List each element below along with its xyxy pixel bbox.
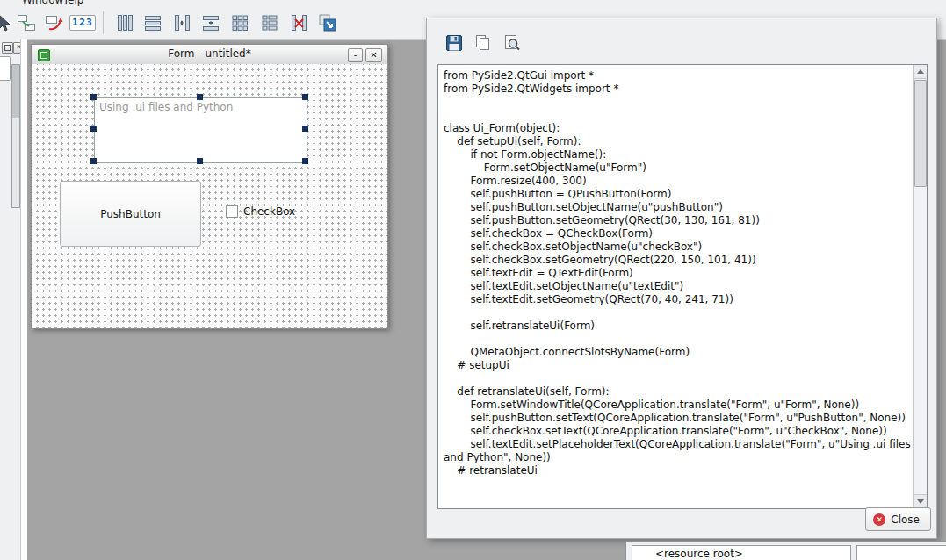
save-button[interactable] xyxy=(443,32,466,54)
layout-vertical-icon xyxy=(142,12,163,33)
dialog-close-button[interactable]: ✕ Close xyxy=(865,507,931,531)
edit-signals-slots-button[interactable] xyxy=(14,11,39,35)
copy-icon xyxy=(473,33,493,53)
tab-order-icon: 123 xyxy=(69,15,96,31)
form-window-titlebar[interactable]: Form - untitled* - ✕ xyxy=(32,45,387,65)
layout-vertical-button[interactable] xyxy=(141,11,165,35)
checkbox-indicator[interactable] xyxy=(226,205,238,218)
selection-handle-n[interactable] xyxy=(197,94,203,100)
toolbar-separator xyxy=(103,11,104,34)
edit-tab-order-button[interactable]: 123 xyxy=(70,11,95,35)
minimize-button[interactable]: - xyxy=(348,48,363,62)
code-scrollbar[interactable] xyxy=(913,65,927,508)
dock-float-button[interactable] xyxy=(2,42,13,54)
copy-button[interactable] xyxy=(472,32,495,54)
close-button[interactable]: ✕ xyxy=(365,48,382,62)
menu-window[interactable]: Window xyxy=(22,0,63,6)
widget-box-scrollbar[interactable] xyxy=(11,64,20,208)
scrollbar-thumb[interactable] xyxy=(12,65,19,118)
resource-side-box[interactable] xyxy=(856,545,946,560)
widget-box-dock: ✕ xyxy=(0,39,26,560)
adjust-size-icon xyxy=(317,12,338,33)
layout-vertical-splitter-icon xyxy=(200,12,221,33)
layout-grid-button[interactable] xyxy=(227,11,252,35)
layout-horizontal-button[interactable] xyxy=(112,11,137,35)
scroll-down-arrow[interactable] xyxy=(914,494,927,508)
save-icon xyxy=(444,33,464,53)
textedit-placeholder: Using .ui files and Python xyxy=(99,101,233,113)
pushbutton-widget[interactable]: PushButton xyxy=(60,181,201,247)
form-window-title: Form - untitled* xyxy=(32,47,387,60)
widget-filter-input[interactable] xyxy=(0,56,11,81)
signals-slots-icon xyxy=(16,12,37,33)
selection-handle-e[interactable] xyxy=(302,126,308,132)
close-icon: ✕ xyxy=(873,513,885,526)
buddy-icon xyxy=(44,12,65,33)
python-code-dialog: from PySide2.QtGui import * from PySide2… xyxy=(426,18,937,539)
widget-box-list[interactable] xyxy=(20,39,27,560)
selection-handle-nw[interactable] xyxy=(90,94,97,100)
close-button-label: Close xyxy=(891,513,920,526)
selection-handle-ne[interactable] xyxy=(302,94,308,100)
edit-widgets-button[interactable] xyxy=(0,11,14,35)
menu-help[interactable]: Help xyxy=(60,0,83,6)
adjust-size-button[interactable] xyxy=(315,11,340,35)
layout-horizontal-icon xyxy=(114,12,135,33)
resource-root-item[interactable]: <resource root> xyxy=(632,545,851,560)
selection-handle-s[interactable] xyxy=(197,158,203,164)
layout-horizontal-splitter-button[interactable] xyxy=(170,11,194,35)
selection-handle-se[interactable] xyxy=(302,158,308,164)
form-editor-window: Form - untitled* - ✕ Using .ui files and… xyxy=(31,44,388,329)
break-layout-button[interactable] xyxy=(286,11,311,35)
layout-vertical-splitter-button[interactable] xyxy=(199,11,223,35)
checkbox-widget[interactable]: CheckBox xyxy=(226,205,295,218)
generated-python-code[interactable]: from PySide2.QtGui import * from PySide2… xyxy=(438,65,927,482)
edit-buddies-button[interactable] xyxy=(42,11,67,35)
layout-grid-icon xyxy=(229,12,250,33)
textedit-widget[interactable]: Using .ui files and Python xyxy=(94,97,307,163)
selection-handle-w[interactable] xyxy=(90,126,97,132)
resource-browser-panel: <resource root> xyxy=(625,541,946,560)
layout-horizontal-splitter-icon xyxy=(171,12,192,33)
layout-form-icon xyxy=(259,12,280,33)
find-button[interactable] xyxy=(501,32,524,54)
break-layout-icon xyxy=(288,12,309,33)
find-icon xyxy=(502,33,522,53)
checkbox-label: CheckBox xyxy=(243,205,295,218)
edit-widgets-icon xyxy=(0,12,12,33)
scroll-up-arrow[interactable] xyxy=(914,65,927,79)
layout-form-button[interactable] xyxy=(257,11,282,35)
selection-handle-sw[interactable] xyxy=(90,158,97,164)
form-canvas[interactable]: Using .ui files and Python PushButton Ch… xyxy=(32,64,387,328)
menubar: Window Help xyxy=(0,0,946,8)
code-view[interactable]: from PySide2.QtGui import * from PySide2… xyxy=(437,64,928,509)
scrollbar-thumb[interactable] xyxy=(914,80,927,187)
